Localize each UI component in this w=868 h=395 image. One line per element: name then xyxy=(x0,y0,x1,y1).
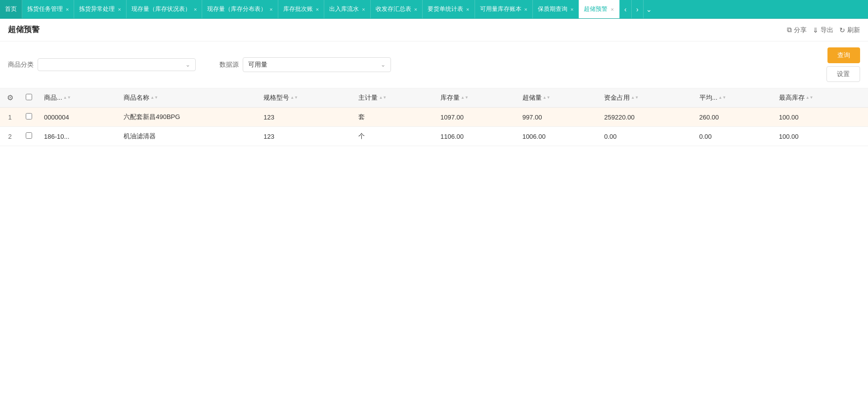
sort-icon: ▲▼ xyxy=(543,96,551,100)
refresh-button[interactable]: ↻ 刷新 xyxy=(839,26,860,35)
header-actions: ⧉ 分享 ⇓ 导出 ↻ 刷新 xyxy=(787,26,860,35)
sort-icon: ▲▼ xyxy=(150,96,158,100)
unit-header[interactable]: 主计量 ▲▼ xyxy=(352,88,434,108)
spec-cell: 123 xyxy=(258,127,352,146)
product-name-cell: 机油滤清器 xyxy=(118,127,258,146)
category-label: 商品分类 xyxy=(8,60,34,69)
row-checkbox[interactable] xyxy=(26,132,32,139)
table-row: 2 186-10... 机油滤清器 123 个 1106.00 1006.00 … xyxy=(0,127,868,146)
row-number: 2 xyxy=(0,127,20,146)
query-button[interactable]: 查询 xyxy=(827,47,860,63)
datasource-value: 可用量 xyxy=(248,60,267,69)
nav-prev-button[interactable]: ‹ xyxy=(619,0,631,19)
sort-icon: ▲▼ xyxy=(806,96,814,100)
nav-overstock-warning[interactable]: 超储预警 × xyxy=(579,0,619,19)
sort-icon: ▲▼ xyxy=(718,96,726,100)
nav-next-button[interactable]: › xyxy=(631,0,643,19)
close-icon[interactable]: × xyxy=(118,6,121,12)
nav-quality-query[interactable]: 保质期查询 × xyxy=(533,0,579,19)
product-code-header[interactable]: 商品... ▲▼ xyxy=(38,88,118,108)
settings-button[interactable]: 设置 xyxy=(826,66,860,82)
close-icon[interactable]: × xyxy=(414,6,417,12)
unit-cell: 套 xyxy=(352,108,434,127)
close-icon[interactable]: × xyxy=(316,6,319,12)
sort-icon: ▲▼ xyxy=(631,96,639,100)
stock-cell: 1097.00 xyxy=(434,108,517,127)
stock-header[interactable]: 库存量 ▲▼ xyxy=(434,88,517,108)
share-button[interactable]: ⧉ 分享 xyxy=(787,26,807,35)
row-checkbox-cell[interactable] xyxy=(20,127,38,146)
sort-icon: ▲▼ xyxy=(63,96,71,100)
nav-available-stock[interactable]: 可用量库存账本 × xyxy=(475,0,533,19)
capital-cell: 0.00 xyxy=(598,127,693,146)
gear-column-header[interactable]: ⚙ xyxy=(0,88,20,108)
max-stock-cell: 100.00 xyxy=(773,127,868,146)
close-icon[interactable]: × xyxy=(269,6,272,12)
close-icon[interactable]: × xyxy=(466,6,469,12)
nav-receive-summary[interactable]: 收发存汇总表 × xyxy=(371,0,423,19)
spec-cell: 123 xyxy=(258,108,352,127)
row-checkbox[interactable] xyxy=(26,113,32,119)
nav-batch-account[interactable]: 库存批次账 × xyxy=(278,0,324,19)
datasource-filter: 数据源 可用量 ⌄ xyxy=(219,57,391,72)
page-content: 超储预警 ⧉ 分享 ⇓ 导出 ↻ 刷新 商品分类 ⌄ 数据源 xyxy=(0,19,868,395)
close-icon[interactable]: × xyxy=(570,6,573,12)
row-number: 1 xyxy=(0,108,20,127)
avg-cell: 260.00 xyxy=(694,108,773,127)
sort-icon: ▲▼ xyxy=(379,96,387,100)
share-icon: ⧉ xyxy=(787,26,792,34)
category-select[interactable]: ⌄ xyxy=(38,58,196,71)
nav-dropdown-button[interactable]: ⌄ xyxy=(643,0,655,19)
product-code-cell: 0000004 xyxy=(38,108,118,127)
product-name-cell: 六配套新昌490BPG xyxy=(118,108,258,127)
nav-order-stats[interactable]: 要货单统计表 × xyxy=(423,0,475,19)
select-all-checkbox[interactable] xyxy=(26,94,32,100)
product-code-cell: 186-10... xyxy=(38,127,118,146)
sort-icon: ▲▼ xyxy=(461,96,469,100)
overstock-cell: 1006.00 xyxy=(517,127,599,146)
close-icon[interactable]: × xyxy=(362,6,365,12)
nav-home[interactable]: 首页 xyxy=(0,0,22,19)
table-row: 1 0000004 六配套新昌490BPG 123 套 1097.00 997.… xyxy=(0,108,868,127)
close-icon[interactable]: × xyxy=(66,6,69,12)
checkbox-column-header[interactable] xyxy=(20,88,38,108)
datasource-label: 数据源 xyxy=(219,60,239,69)
data-table: ⚙ 商品... ▲▼ 商品名称 ▲▼ xyxy=(0,88,868,146)
unit-cell: 个 xyxy=(352,127,434,146)
datasource-select[interactable]: 可用量 ⌄ xyxy=(243,57,391,72)
chevron-down-icon: ⌄ xyxy=(381,61,386,68)
nav-pick-exception[interactable]: 拣货异常处理 × xyxy=(74,0,126,19)
avg-header[interactable]: 平均... ▲▼ xyxy=(694,88,773,108)
category-filter: 商品分类 ⌄ xyxy=(8,58,196,71)
max-stock-header[interactable]: 最高库存 ▲▼ xyxy=(773,88,868,108)
nav-inout-flow[interactable]: 出入库流水 × xyxy=(324,0,370,19)
overstock-cell: 997.00 xyxy=(517,108,599,127)
product-name-header[interactable]: 商品名称 ▲▼ xyxy=(118,88,258,108)
table-header-row: ⚙ 商品... ▲▼ 商品名称 ▲▼ xyxy=(0,88,868,108)
page-header: 超储预警 ⧉ 分享 ⇓ 导出 ↻ 刷新 xyxy=(0,19,868,41)
export-button[interactable]: ⇓ 导出 xyxy=(813,26,833,35)
close-icon[interactable]: × xyxy=(610,6,613,12)
table-body: 1 0000004 六配套新昌490BPG 123 套 1097.00 997.… xyxy=(0,108,868,146)
chevron-down-icon: ⌄ xyxy=(185,61,190,68)
export-icon: ⇓ xyxy=(813,26,819,34)
table-container: ⚙ 商品... ▲▼ 商品名称 ▲▼ xyxy=(0,88,868,146)
sort-icon: ▲▼ xyxy=(290,96,298,100)
refresh-icon: ↻ xyxy=(839,26,845,34)
nav-stock-dist[interactable]: 现存量（库存分布表） × xyxy=(202,0,278,19)
page-title: 超储预警 xyxy=(8,25,40,35)
stock-cell: 1106.00 xyxy=(434,127,517,146)
capital-cell: 259220.00 xyxy=(598,108,693,127)
row-checkbox-cell[interactable] xyxy=(20,108,38,127)
top-navigation: 首页 拣货任务管理 × 拣货异常处理 × 现存量（库存状况表） × 现存量（库存… xyxy=(0,0,868,19)
nav-pick-task[interactable]: 拣货任务管理 × xyxy=(22,0,74,19)
avg-cell: 0.00 xyxy=(694,127,773,146)
close-icon[interactable]: × xyxy=(524,6,527,12)
max-stock-cell: 100.00 xyxy=(773,108,868,127)
nav-stock-status[interactable]: 现存量（库存状况表） × xyxy=(127,0,202,19)
settings-gear-icon[interactable]: ⚙ xyxy=(7,93,13,102)
overstock-header[interactable]: 超储量 ▲▼ xyxy=(517,88,599,108)
close-icon[interactable]: × xyxy=(194,6,197,12)
spec-header[interactable]: 规格型号 ▲▼ xyxy=(258,88,352,108)
capital-header[interactable]: 资金占用 ▲▼ xyxy=(598,88,693,108)
